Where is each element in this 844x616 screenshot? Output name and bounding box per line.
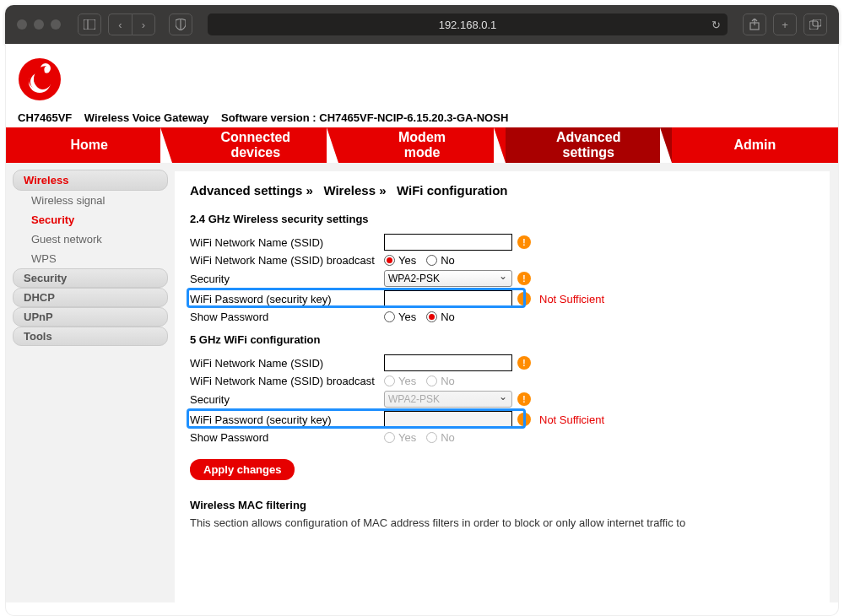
main-nav: Home Connected devices Modem mode Advanc…: [6, 127, 838, 163]
input-password-24[interactable]: [384, 290, 512, 307]
tab-home[interactable]: Home: [6, 127, 172, 163]
sidebar-wireless-signal[interactable]: Wireless signal: [13, 191, 168, 210]
warning-icon: !: [517, 272, 531, 285]
radio-broadcast-24-no[interactable]: [426, 255, 437, 266]
label-showpw-5: Show Password: [190, 431, 384, 444]
tab-admin[interactable]: Admin: [672, 127, 838, 163]
radio-label-yes: Yes: [398, 431, 416, 444]
radio-broadcast-5-no: [426, 376, 437, 386]
url-bar[interactable]: 192.168.0.1 ↻: [208, 14, 728, 35]
refresh-icon[interactable]: ↻: [711, 19, 721, 31]
tab-connected-devices[interactable]: Connected devices: [172, 127, 338, 163]
input-ssid-5[interactable]: [384, 354, 512, 371]
new-tab-icon[interactable]: +: [773, 14, 797, 35]
svg-rect-4: [813, 19, 821, 26]
radio-label-no: No: [441, 254, 455, 267]
label-broadcast-5: WiFi Network Name (SSID) broadcast: [190, 375, 384, 387]
tab-modem-mode[interactable]: Modem mode: [338, 127, 505, 163]
logo-area: [6, 44, 838, 111]
warning-icon: !: [517, 413, 531, 426]
svg-rect-0: [84, 19, 95, 30]
not-sufficient-5: Not Sufficient: [539, 413, 604, 426]
svg-rect-3: [809, 21, 818, 30]
shield-icon[interactable]: [169, 14, 192, 35]
breadcrumb-2: Wireless »: [323, 183, 386, 197]
select-security-24[interactable]: WPA2-PSK: [384, 270, 512, 287]
sidebar-wireless[interactable]: Wireless: [13, 170, 168, 191]
warning-icon: !: [517, 235, 531, 249]
radio-broadcast-5-yes: [384, 376, 395, 386]
warning-icon: !: [517, 392, 531, 406]
forward-button[interactable]: ›: [132, 14, 155, 35]
sidebar-tools[interactable]: Tools: [13, 327, 168, 346]
radio-showpw-5-no: [426, 432, 437, 443]
minimize-window[interactable]: [34, 19, 44, 30]
input-ssid-24[interactable]: [384, 234, 512, 251]
tab-advanced-settings[interactable]: Advanced settings: [506, 127, 672, 163]
radio-showpw-24-no[interactable]: [426, 311, 437, 322]
label-broadcast-24: WiFi Network Name (SSID) broadcast: [190, 254, 384, 267]
radio-showpw-24-yes[interactable]: [384, 311, 395, 322]
sidebar-security-wireless[interactable]: Security: [13, 210, 168, 230]
sidebar-guest-network[interactable]: Guest network: [13, 230, 168, 249]
sidebar-upnp[interactable]: UPnP: [13, 307, 168, 327]
breadcrumb-3: WiFi configuration: [397, 183, 508, 197]
sidebar-wps[interactable]: WPS: [13, 249, 168, 268]
label-showpw-24: Show Password: [190, 311, 384, 323]
section-5ghz-title: 5 GHz WiFi configuration: [190, 333, 814, 346]
sidebar-toggle-icon[interactable]: [78, 14, 101, 35]
close-window[interactable]: [17, 19, 27, 30]
device-name: Wireless Voice Gateway: [84, 111, 209, 124]
vodafone-logo: [18, 57, 62, 101]
section-24ghz-title: 2.4 GHz Wireless security settings: [190, 213, 814, 225]
sidebar-security[interactable]: Security: [13, 268, 168, 288]
label-security-5: Security: [190, 393, 384, 406]
url-text: 192.168.0.1: [439, 19, 497, 31]
back-button[interactable]: ‹: [108, 14, 132, 35]
radio-label-no: No: [441, 431, 455, 444]
traffic-lights: [17, 19, 61, 30]
radio-showpw-5-yes: [384, 432, 395, 443]
sidebar: Wireless Wireless signal Security Guest …: [6, 163, 175, 602]
device-model: CH7465VF: [18, 111, 72, 124]
mac-filtering-title: Wireless MAC filtering: [190, 499, 814, 511]
maximize-window[interactable]: [51, 19, 61, 30]
radio-label-no: No: [441, 375, 455, 387]
label-ssid-5: WiFi Network Name (SSID): [190, 357, 384, 370]
share-icon[interactable]: [743, 14, 766, 35]
radio-label-yes: Yes: [398, 311, 416, 323]
label-security-24: Security: [190, 273, 384, 285]
apply-changes-button[interactable]: Apply changes: [190, 459, 295, 480]
device-info-bar: CH7465VF Wireless Voice Gateway Software…: [6, 111, 838, 127]
breadcrumb-1: Advanced settings »: [190, 183, 313, 197]
label-ssid-24: WiFi Network Name (SSID): [190, 236, 384, 249]
warning-icon: !: [517, 356, 531, 370]
radio-label-no: No: [441, 311, 455, 323]
radio-label-yes: Yes: [398, 375, 416, 387]
mac-filtering-text: This section allows configuration of MAC…: [190, 516, 814, 529]
input-password-5[interactable]: [384, 411, 512, 428]
not-sufficient-24: Not Sufficient: [539, 293, 604, 305]
label-password-5: WiFi Password (security key): [190, 413, 384, 426]
software-version-label: Software version :: [221, 111, 316, 124]
radio-label-yes: Yes: [398, 254, 416, 267]
warning-icon: !: [517, 292, 531, 305]
sidebar-dhcp[interactable]: DHCP: [13, 288, 168, 307]
breadcrumb: Advanced settings » Wireless » WiFi conf…: [190, 183, 814, 197]
radio-broadcast-24-yes[interactable]: [384, 255, 395, 266]
tabs-overview-icon[interactable]: [803, 14, 827, 35]
label-password-24: WiFi Password (security key): [190, 293, 384, 305]
browser-titlebar: ‹ › 192.168.0.1 ↻ +: [5, 5, 839, 44]
software-version: CH7465VF-NCIP-6.15.20.3-GA-NOSH: [319, 111, 508, 124]
select-security-5: WPA2-PSK: [384, 391, 512, 408]
content-panel: Advanced settings » Wireless » WiFi conf…: [175, 171, 830, 602]
